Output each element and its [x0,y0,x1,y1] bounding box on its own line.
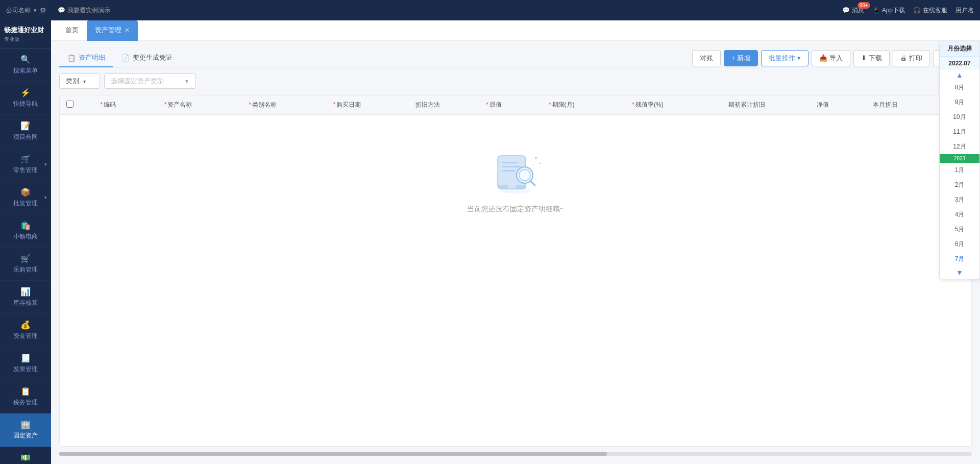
reconcile-button[interactable]: 对账 [692,50,721,66]
tab-home[interactable]: 首页 [57,20,87,41]
main-layout: 畅捷通好业财 专业版 🔍 搜索菜单 ⚡ 快捷导航 📝 项目合同 🛒 零售管理 ▾… [0,20,980,464]
sub-tabs: 📋 资产明细 📄 变更生成凭证 对账 + 新增 批量操作 ▾ 📥 [59,49,972,67]
sidebar-item-salary[interactable]: 💵 工资 [0,447,51,464]
inventory-icon: 📊 [20,287,31,297]
tab-bar: 首页 资产管理 ✕ [51,20,980,41]
current-month-display[interactable]: 2022.07 [940,57,979,70]
month-item-6[interactable]: 6月 [940,237,979,252]
month-item-4[interactable]: 4月 [940,207,979,222]
import-icon: 📥 [819,54,827,62]
company-dropdown-icon[interactable]: ▾ [34,7,37,14]
service-icon: 🎧 [913,7,921,14]
col-category-name: *类别名称 [220,95,305,115]
category-placeholder: 选择固定资产类别 [111,77,164,86]
sidebar-item-finance-mgmt[interactable]: 💰 资金管理 [0,314,51,347]
top-bar: 公司名称 ▾ ⚙ 💬 我要看实例演示 💬 消息 99+ 📱 App下载 🎧 在线… [0,0,980,20]
sidebar-item-search[interactable]: 🔍 搜索菜单 [0,48,51,82]
user-name[interactable]: 用户名 [955,6,974,15]
change-voucher-icon: 📄 [121,54,130,62]
sidebar-item-project-contract[interactable]: 📝 项目合同 [0,115,51,148]
sidebar-item-wholesale-mgmt[interactable]: 📦 批发管理 ▾ [0,181,51,214]
svg-point-12 [533,164,534,165]
batch-label: 批量操作 [769,54,795,63]
download-label: 下载 [869,54,882,63]
salary-icon: 💵 [20,453,31,462]
message-button[interactable]: 💬 消息 99+ [842,6,864,15]
month-item-1[interactable]: 1月 [940,163,979,178]
purchase-mgmt-icon: 🛒 [20,254,31,263]
sidebar-item-inventory[interactable]: 📊 库存核算 [0,281,51,314]
online-service-button[interactable]: 🎧 在线客服 [913,6,947,15]
sidebar-item-fixed-assets[interactable]: 🏢 固定资产 [0,413,51,447]
month-up-button[interactable]: ▲ [940,70,979,80]
sidebar-item-retail-mgmt[interactable]: 🛒 零售管理 ▾ [0,148,51,181]
empty-state: 当前您还没有固定资产明细哦~ [60,115,971,245]
month-item-8[interactable]: 8月 [940,80,979,95]
col-residual-rate: *残值率(%) [601,95,694,115]
print-button[interactable]: 🖨 打印 [893,50,930,66]
demo-link[interactable]: 💬 我要看实例演示 [58,6,110,15]
retail-arrow-icon: ▾ [44,162,47,167]
brand-name: 畅捷通好业财 [4,26,47,35]
brand-sub: 专业版 [4,36,47,43]
message-badge: 99+ [857,2,870,9]
batch-dropdown-icon: ▾ [797,54,801,62]
app-download-label: App下载 [882,6,905,15]
month-down-button[interactable]: ▼ [956,268,963,277]
empty-row: 当前您还没有固定资产明细哦~ [60,115,971,245]
tax-mgmt-icon: 📋 [20,386,31,396]
import-label: 导入 [829,54,843,63]
svg-line-9 [530,181,535,185]
sidebar-item-mini-ecommerce[interactable]: 🛍️ 小畅电商 [0,214,51,248]
company-name[interactable]: 公司名称 [6,6,31,15]
fixed-assets-icon: 🏢 [20,420,31,429]
sidebar-label-purchase: 采购管理 [13,265,38,274]
add-button[interactable]: + 新增 [724,50,758,66]
sidebar-item-invoice-mgmt[interactable]: 🧾 发票管理 [0,347,51,380]
sidebar-label-finance: 资金管理 [13,332,38,340]
month-item-5[interactable]: 5月 [940,222,979,237]
select-all-header [60,95,80,115]
batch-button[interactable]: 批量操作 ▾ [761,50,808,66]
sidebar-label-wholesale: 批发管理 [13,199,38,208]
month-item-12[interactable]: 12月 [940,139,979,154]
demo-icon: 💬 [58,7,65,14]
month-item-2[interactable]: 2月 [940,178,979,192]
month-item-3[interactable]: 3月 [940,192,979,207]
col-purchase-date: *购买日期 [305,95,389,115]
horizontal-scrollbar[interactable] [59,450,972,456]
tab-asset-mgmt[interactable]: 资产管理 ✕ [87,20,138,41]
sidebar-label-search: 搜索菜单 [13,66,38,75]
col-period-cumulative: 期初累计折旧 [694,95,799,115]
sidebar-label-invoice: 发票管理 [13,365,38,374]
month-item-11[interactable]: 11月 [940,125,979,139]
demo-text: 我要看实例演示 [67,6,110,15]
category-input[interactable]: 选择固定资产类别 ▼ [104,74,196,89]
sub-tab-asset-detail[interactable]: 📋 资产明细 [59,49,113,67]
category-filter-select[interactable]: 类别 ▾ [59,74,100,89]
action-buttons: 对账 + 新增 批量操作 ▾ 📥 导入 ⬇ 下载 🖨 [692,50,972,66]
category-dropdown-arrow: ▾ [83,79,86,84]
download-button[interactable]: ⬇ 下载 [853,50,890,66]
sidebar-item-quick-nav[interactable]: ⚡ 快捷导航 [0,82,51,115]
sidebar-item-purchase-mgmt[interactable]: 🛒 采购管理 [0,248,51,281]
sidebar-item-tax-mgmt[interactable]: 📋 税务管理 [0,380,51,413]
month-item-10[interactable]: 10月 [940,110,979,125]
settings-icon[interactable]: ⚙ [40,6,46,14]
select-all-checkbox[interactable] [66,101,74,108]
scrollbar-thumb [59,452,607,456]
filter-row: 类别 ▾ 选择固定资产类别 ▼ [59,74,972,89]
month-item-9[interactable]: 9月 [940,95,979,110]
import-button[interactable]: 📥 导入 [812,50,850,66]
year-2023-badge: 2023 [940,154,979,163]
invoice-mgmt-icon: 🧾 [20,353,31,363]
app-download-button[interactable]: 📱 App下载 [872,6,905,15]
search-icon: 🔍 [20,55,31,64]
sub-tab-change-voucher[interactable]: 📄 变更生成凭证 [113,49,181,67]
finance-mgmt-icon: 💰 [20,320,31,330]
tab-close-icon[interactable]: ✕ [125,27,130,34]
svg-point-11 [540,163,541,164]
month-item-7[interactable]: 7月 [940,252,979,266]
month-picker-footer: ▼ [940,266,979,279]
empty-illustration [485,145,546,197]
